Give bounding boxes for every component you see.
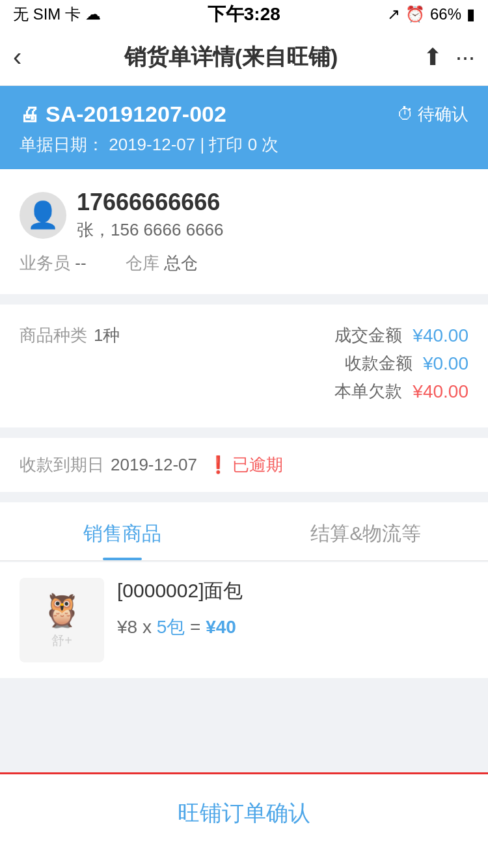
product-qty: 5包 (157, 617, 185, 637)
sales-label: 业务员 (20, 253, 70, 273)
overdue-icon: ❗ (208, 455, 228, 475)
owed-amount-line: 本单欠款 ¥40.00 (334, 380, 468, 403)
tabs-container: 销售商品 结算&物流等 (0, 502, 488, 561)
status-bar: 无 SIM 卡 ☁ 下午3:28 ↗ ⏰ 66% ▮ (0, 0, 488, 29)
types-value: 1种 (94, 324, 120, 347)
share-icon[interactable]: ⬆ (423, 44, 442, 71)
page-title: 销货单详情(来自旺铺) (52, 42, 410, 72)
tabs: 销售商品 结算&物流等 (0, 502, 488, 560)
received-value: ¥0.00 (423, 353, 468, 374)
product-image: 🦉 舒+ (20, 578, 104, 662)
customer-card: 👤 17666666666 张，156 6666 6666 业务员 -- 仓库 … (0, 169, 488, 294)
order-id-text: SA-20191207-002 (46, 102, 226, 127)
order-date-row: 单据日期： 2019-12-07 | 打印 0 次 (20, 133, 468, 156)
deal-amount-line: 成交金额 ¥40.00 (334, 324, 468, 347)
avatar: 👤 (20, 192, 66, 239)
status-time: 下午3:28 (208, 2, 280, 27)
overdue-text: 已逾期 (232, 454, 283, 476)
warehouse-value-text: 总仓 (164, 253, 198, 273)
warehouse-label: 仓库 (126, 253, 159, 273)
more-icon[interactable]: ··· (455, 44, 475, 71)
due-date-card: 收款到期日 2019-12-07 ❗ 已逾期 (0, 438, 488, 492)
product-price: ¥8 x 5包 = ¥40 (117, 615, 468, 640)
back-button[interactable]: ‹ (13, 42, 52, 72)
location-icon: ↗ (387, 5, 400, 23)
warehouse-item: 仓库 总仓 (126, 252, 198, 275)
clock-icon: ⏱ (397, 104, 414, 124)
print-count: | 打印 0 次 (200, 135, 278, 154)
customer-phone: 17666666666 (77, 189, 224, 216)
received-amount-line: 收款金额 ¥0.00 (334, 352, 468, 375)
order-status: ⏱ 待确认 (397, 103, 468, 126)
product-info: [0000002]面包 ¥8 x 5包 = ¥40 (117, 578, 468, 662)
tab-settlement[interactable]: 结算&物流等 (244, 502, 488, 560)
amounts-row: 商品种类 1种 成交金额 ¥40.00 收款金额 ¥0.00 本单欠款 ¥40.… (20, 324, 468, 408)
status-left: 无 SIM 卡 ☁ (13, 4, 101, 25)
status-right: ↗ ⏰ 66% ▮ (387, 5, 475, 23)
types-label: 商品种类 (20, 324, 87, 347)
deal-amount-value: ¥40.00 (413, 325, 468, 346)
tab-sales-products-label: 销售商品 (83, 522, 161, 544)
nav-actions: ⬆ ··· (410, 44, 475, 71)
tab-settlement-label: 结算&物流等 (310, 522, 421, 544)
avatar-icon: 👤 (27, 200, 59, 230)
bottom-action-bar: 旺铺订单确认 (0, 772, 488, 868)
order-header: 🖨 SA-20191207-002 ⏱ 待确认 单据日期： 2019-12-07… (0, 86, 488, 169)
deal-amount-label: 成交金额 (334, 324, 402, 347)
received-label: 收款金额 (345, 352, 413, 375)
sales-value-text: -- (75, 253, 86, 273)
product-card: 🦉 舒+ [0000002]面包 ¥8 x 5包 = ¥40 (0, 562, 488, 678)
product-total: ¥40 (206, 617, 236, 637)
due-date-value: 2019-12-07 (111, 455, 197, 475)
price-text: ¥8 x (117, 617, 157, 637)
order-date-value: 2019-12-07 (109, 135, 195, 154)
owed-value: ¥40.00 (413, 381, 468, 402)
printer-icon: 🖨 (20, 103, 39, 126)
status-text: 待确认 (418, 103, 468, 126)
battery-icon: ▮ (467, 5, 475, 23)
equals-sign: = (185, 617, 206, 637)
amounts-card: 商品种类 1种 成交金额 ¥40.00 收款金额 ¥0.00 本单欠款 ¥40.… (0, 305, 488, 427)
nav-bar: ‹ 销货单详情(来自旺铺) ⬆ ··· (0, 29, 488, 86)
tab-sales-products[interactable]: 销售商品 (0, 502, 244, 560)
product-image-icon: 🦉 (42, 591, 82, 629)
confirm-button[interactable]: 旺铺订单确认 (20, 785, 468, 842)
owed-label: 本单欠款 (334, 380, 402, 403)
product-image-text: 舒+ (51, 632, 72, 649)
sales-item: 业务员 -- (20, 252, 87, 275)
product-name: [0000002]面包 (117, 578, 468, 604)
overdue-badge: ❗ 已逾期 (208, 454, 283, 476)
amounts-right: 成交金额 ¥40.00 收款金额 ¥0.00 本单欠款 ¥40.00 (334, 324, 468, 408)
product-types: 商品种类 1种 (20, 324, 120, 347)
due-date-label: 收款到期日 (20, 454, 104, 476)
battery-text: 66% (430, 5, 461, 23)
customer-name: 张，156 6666 6666 (77, 219, 224, 241)
customer-meta: 业务员 -- 仓库 总仓 (20, 252, 468, 275)
customer-row: 👤 17666666666 张，156 6666 6666 (20, 189, 468, 241)
order-id-row: 🖨 SA-20191207-002 (20, 102, 226, 127)
date-label: 单据日期： (20, 135, 104, 154)
alarm-icon: ⏰ (405, 5, 425, 23)
no-sim-text: 无 SIM 卡 ☁ (13, 4, 101, 25)
